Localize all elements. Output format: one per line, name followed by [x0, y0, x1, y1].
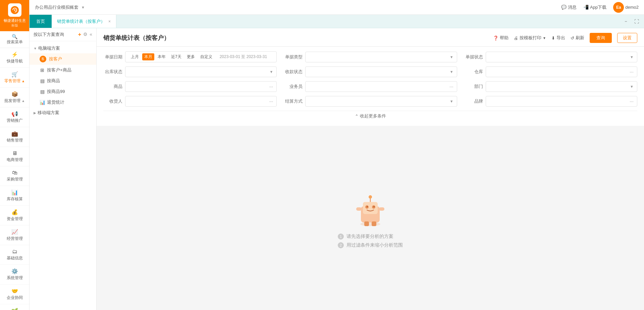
scheme-table2-icon: ▤: [40, 89, 45, 94]
tree-item-return-stats[interactable]: 📊 退货统计: [30, 97, 96, 108]
scheme-tree: ▼ 电脑端方案 客 按客户 ⊞ 按客户+商品 ▤ 按商品 ▤ 按商品: [30, 41, 96, 120]
tab-close-icon[interactable]: ×: [108, 19, 111, 24]
sidebar-item-wholesale[interactable]: 📦 批发管理 ▲: [0, 88, 29, 107]
tree-item-by-customer-product[interactable]: ⊞ 按客户+商品: [30, 65, 96, 75]
warehouse-label: 仓库: [464, 69, 486, 75]
svg-rect-4: [363, 202, 378, 214]
date-tab-this-year[interactable]: 本年: [156, 53, 168, 60]
tab-bar: 首页 销货单统计表（按客户） × － ⛶: [30, 15, 644, 28]
message-button[interactable]: 💬 消息: [561, 4, 577, 10]
sidebar-item-ecommerce[interactable]: 🖥 电商管理: [0, 147, 29, 166]
sidebar-item-system[interactable]: ⚙️ 系统管理: [0, 265, 29, 285]
tab-minimize-button[interactable]: －: [621, 17, 631, 26]
tip-num-1: 1: [338, 234, 344, 240]
sidebar-item-operation[interactable]: 📈 经营管理: [0, 225, 29, 245]
tree-group-mobile[interactable]: ▶ 移动端方案: [30, 108, 96, 118]
refresh-button[interactable]: ↺ 刷新: [571, 35, 584, 41]
left-panel-title: 按以下方案查询: [34, 32, 64, 38]
tab-sales-stats[interactable]: 销货单统计表（按客户） ×: [52, 15, 116, 28]
sidebar-item-marketing[interactable]: 📢 营销推广: [0, 107, 29, 127]
receipt-status-label: 收款状态: [283, 69, 305, 75]
newbie-icon: 🌱: [1, 308, 28, 310]
brand-label: 品牌: [464, 98, 486, 104]
page-header: 销货单统计表（按客户） ❓ 帮助 🖨 按模板打印 ▼ ⬇ 导出: [97, 28, 644, 47]
empty-state: 1 请先选择要分析的方案 2 用过滤条件来缩小分析范围: [97, 126, 644, 310]
finance-icon: 💰: [1, 209, 28, 215]
tab-home[interactable]: 首页: [30, 15, 52, 28]
add-scheme-button[interactable]: +: [78, 32, 81, 38]
export-button[interactable]: ⬇ 导出: [551, 35, 565, 41]
main-area: 办公用品行业模拟账套 ▼ 💬 消息 📲 App下载 Ea demo2 首页: [30, 0, 644, 310]
sidebar-item-newbie[interactable]: 🌱 新手引导: [0, 304, 29, 310]
filter-row-1: 单据日期 上月 本月 本年 近7天 更多 自定义 2023-03-01 至 20…: [103, 51, 637, 62]
sidebar-item-purchase[interactable]: 🛍 采购管理: [0, 166, 29, 186]
export-icon: ⬇: [551, 36, 555, 41]
group-expand-icon: ▼: [34, 47, 37, 50]
settlement-filter[interactable]: ▼: [305, 96, 457, 107]
receiver-label: 收货人: [103, 98, 125, 104]
refresh-icon: ↺: [571, 36, 574, 41]
svg-point-10: [369, 195, 372, 199]
collapse-panel-button[interactable]: «: [90, 32, 92, 38]
ecommerce-icon: 🖥: [1, 150, 28, 156]
print-button[interactable]: 🖨 按模板打印 ▼: [514, 35, 546, 41]
sidebar-item-quick-nav[interactable]: ⚡ 快捷导航: [0, 48, 29, 68]
date-tab-custom[interactable]: 自定义: [198, 53, 214, 60]
sidebar-item-inventory[interactable]: 📊 库存核算: [0, 186, 29, 206]
department-filter[interactable]: ▼: [486, 81, 637, 92]
top-header: 办公用品行业模拟账套 ▼ 💬 消息 📲 App下载 Ea demo2: [30, 0, 644, 15]
help-button[interactable]: ❓ 帮助: [493, 35, 508, 41]
app-download-button[interactable]: 📲 App下载: [583, 4, 606, 10]
sidebar-item-retail[interactable]: 🛒 零售管理 ▲: [0, 68, 29, 88]
tree-item-by-customer[interactable]: 客 按客户: [30, 53, 96, 65]
tree-group-desktop[interactable]: ▼ 电脑端方案: [30, 43, 96, 53]
brand-more-icon: ···: [630, 99, 634, 104]
product-label: 商品: [103, 84, 125, 90]
tree-item-by-product[interactable]: ▤ 按商品: [30, 75, 96, 86]
date-filter[interactable]: 上月 本月 本年 近7天 更多 自定义 2023-03-01 至 2023-03…: [125, 51, 277, 62]
salesperson-label: 业务员: [283, 84, 305, 90]
avatar: Ea: [613, 2, 624, 13]
empty-tip-1: 1 请先选择要分析的方案: [338, 234, 403, 240]
sidebar-item-finance[interactable]: 💰 资金管理: [0, 206, 29, 225]
tree-item-by-product99[interactable]: ▤ 按商品99: [30, 86, 96, 97]
filter-area: 单据日期 上月 本月 本年 近7天 更多 自定义 2023-03-01 至 20…: [97, 47, 644, 126]
brand-filter[interactable]: ···: [486, 96, 637, 107]
retail-icon: 🛒: [1, 71, 28, 78]
collapse-icon: ⌃: [355, 114, 359, 119]
tab-maximize-button[interactable]: ⛶: [632, 17, 641, 26]
warehouse-filter[interactable]: ···: [486, 66, 637, 77]
svg-rect-13: [356, 207, 362, 211]
inventory-icon: 📊: [1, 189, 28, 196]
sidebar-item-enterprise[interactable]: 🤝 企业协同: [0, 285, 29, 304]
sidebar-item-sales[interactable]: 💼 销售管理: [0, 127, 29, 147]
doc-status-filter[interactable]: ▼: [486, 52, 637, 62]
out-status-filter[interactable]: ▼: [125, 66, 277, 77]
date-tab-last-7days[interactable]: 近7天: [169, 53, 183, 60]
quick-nav-icon: ⚡: [1, 51, 28, 58]
print-dropdown-icon[interactable]: ▼: [543, 36, 546, 40]
doc-type-filter[interactable]: ▼: [305, 52, 457, 62]
date-tab-last-month[interactable]: 上月: [129, 53, 141, 60]
salesperson-filter[interactable]: ···: [305, 81, 457, 92]
collapse-button[interactable]: ⌃ 收起更多条件: [103, 111, 637, 121]
product-filter[interactable]: ···: [125, 81, 277, 92]
doc-type-dropdown-icon: ▼: [450, 55, 453, 59]
settings-button[interactable]: 设置: [617, 33, 637, 43]
receiver-filter[interactable]: ···: [125, 96, 277, 107]
date-tab-more[interactable]: 更多: [185, 53, 197, 60]
empty-tip-2: 2 用过滤条件来缩小分析范围: [338, 242, 403, 248]
receipt-status-filter[interactable]: ▼: [305, 66, 457, 77]
mobile-group-expand-icon: ▶: [34, 111, 36, 115]
user-menu[interactable]: Ea demo2: [613, 2, 639, 13]
scheme-grid-icon: ⊞: [40, 67, 45, 73]
sidebar-item-basic[interactable]: 🗂 基础信息: [0, 245, 29, 265]
sidebar-search[interactable]: 🔍 搜索菜单: [0, 31, 29, 48]
date-tab-this-month[interactable]: 本月: [142, 53, 154, 60]
filter-row-3: 商品 ··· 业务员 ··· 部门 ▼: [103, 81, 637, 92]
svg-point-8: [373, 206, 375, 207]
svg-rect-14: [379, 207, 384, 211]
breadcrumb-dropdown-icon[interactable]: ▼: [81, 5, 85, 9]
settings-scheme-button[interactable]: ⚙: [83, 32, 88, 38]
query-button[interactable]: 查询: [590, 33, 612, 43]
